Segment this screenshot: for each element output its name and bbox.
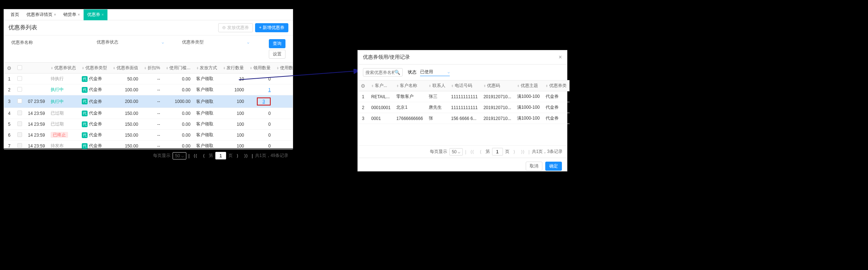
close-icon[interactable]: ×	[102, 13, 104, 17]
page-number-input[interactable]	[215, 152, 226, 159]
coupon-name-input[interactable]	[35, 39, 79, 46]
chevron-down-icon: ⌵	[162, 40, 164, 44]
filter-status-label: 优惠券状态	[97, 39, 118, 45]
status-cell: 已过期	[48, 108, 79, 119]
col-topic[interactable]: ▲▼优惠主题	[514, 80, 543, 91]
status-cell: 执行中	[48, 95, 79, 108]
add-coupon-button[interactable]: + 新增优惠券	[255, 23, 288, 32]
page-title: 优惠券列表	[8, 24, 37, 32]
title-bar: 优惠券列表 ⊖ 发放优惠券 + 新增优惠券	[4, 20, 293, 36]
row-checkbox[interactable]	[17, 87, 22, 92]
close-icon[interactable]: ×	[54, 13, 56, 17]
col-type[interactable]: ▲▼优惠券类型	[79, 63, 110, 74]
col-issue[interactable]: ▲▼发行数量	[220, 63, 247, 74]
row-checkbox[interactable]	[17, 143, 22, 148]
table-row[interactable]: 414 23:59已过期代代金券150.00--0.00客户领取10000⇱⊞	[4, 108, 293, 119]
first-page-icon[interactable]: ⟨⟨	[192, 153, 199, 159]
pager: 每页显示 50 ⌵ | ⟨⟨ ⟨ 第 页 ⟩ ⟩⟩ | 共1页，49条记录	[4, 149, 293, 162]
table-row[interactable]: 2执行中代代金券100.00--0.00客户领取100010⇱⊞	[4, 84, 293, 95]
chevron-down-icon: ⌵	[247, 40, 249, 44]
col-code[interactable]: ▲▼优惠码	[480, 80, 514, 91]
last-page-icon[interactable]: ⟩⟩	[519, 149, 526, 155]
col-use[interactable]: ▲▼使用数量	[274, 63, 293, 74]
cancel-button[interactable]: 取消	[526, 162, 542, 171]
type-badge-icon: 代	[82, 111, 88, 116]
col-discount[interactable]: ▲▼折扣%	[141, 63, 163, 74]
receive-count-link[interactable]: 3	[257, 97, 271, 105]
col-face[interactable]: ▲▼优惠券面值	[110, 63, 141, 74]
col-cust[interactable]: ▲▼客户...	[368, 80, 393, 91]
coupon-status-select[interactable]: ⌵	[120, 40, 164, 44]
modal-title: 优惠券领用/使用记录	[363, 54, 410, 61]
settings-button[interactable]: 设置	[269, 50, 285, 59]
search-icon[interactable]: 🔍	[394, 70, 400, 75]
next-page-icon[interactable]: ⟩	[512, 149, 517, 155]
usage-record-modal: 优惠券领用/使用记录 × 🔍 状态 已使用 ⌵ ▲▼客户... ▲▼客户名称 ▲…	[357, 50, 567, 171]
table-row[interactable]: 614 23:59已终止代代金券150.00--0.00客户领取10000⇱⊞	[4, 130, 293, 141]
search-button[interactable]: 查询	[269, 39, 285, 48]
search-coupon-input[interactable]: 🔍	[363, 68, 403, 76]
gear-icon[interactable]	[7, 66, 12, 71]
tab-coupon-detail[interactable]: 优惠券详情页×	[23, 9, 60, 20]
coupon-type-select[interactable]: ⌵	[206, 40, 249, 44]
next-page-icon[interactable]: ⟩	[235, 153, 240, 159]
status-cell: 已终止	[48, 130, 79, 141]
type-badge-icon: 代	[82, 87, 88, 93]
status-cell: 待发布	[48, 141, 79, 150]
table-row[interactable]: 514 23:59已过期代代金券150.00--0.00客户领取10000⇱⊞	[4, 119, 293, 130]
table-header-row: ▲▼客户... ▲▼客户名称 ▲▼联系人 ▲▼电话号码 ▲▼优惠码 ▲▼优惠主题…	[358, 80, 570, 91]
state-select[interactable]: 已使用 ⌵	[420, 69, 450, 76]
row-checkbox[interactable]	[17, 99, 22, 103]
col-coupon-type[interactable]: ▲▼优惠券类	[543, 80, 570, 91]
ok-button[interactable]: 确定	[545, 162, 562, 171]
table-row[interactable]: 714 23:59待发布代代金券150.00--0.00客户领取10000⇱⊞	[4, 141, 293, 150]
table-row[interactable]: 307 23:59执行中代代金券200.00--1000.00客户领取10031…	[4, 95, 293, 108]
col-phone[interactable]: ▲▼电话号码	[448, 80, 480, 91]
modal-pager: 每页显示 50 ⌵ | ⟨⟨ ⟨ 第 页 ⟩ ⟩⟩ | 共1页，3条记录	[358, 145, 567, 158]
col-receive[interactable]: ▲▼领用数量	[247, 63, 274, 74]
row-checkbox[interactable]	[17, 111, 22, 115]
usage-table: ▲▼客户... ▲▼客户名称 ▲▼联系人 ▲▼电话号码 ▲▼优惠码 ▲▼优惠主题…	[358, 80, 570, 124]
prev-page-icon[interactable]: ⟨	[478, 149, 483, 155]
col-dist[interactable]: ▲▼发放方式	[193, 63, 220, 74]
page-number-input[interactable]	[492, 148, 503, 155]
close-icon[interactable]: ×	[559, 54, 562, 61]
table-row[interactable]: 200010001北京1唐先生111111111112019120710...满…	[358, 102, 570, 113]
select-all-checkbox[interactable]	[17, 65, 22, 70]
col-cust-name[interactable]: ▲▼客户名称	[393, 80, 425, 91]
row-checkbox[interactable]	[17, 76, 22, 81]
state-label: 状态	[408, 69, 416, 75]
last-page-icon[interactable]: ⟩⟩	[242, 153, 250, 159]
col-contact[interactable]: ▲▼联系人	[426, 80, 448, 91]
table-header-row: ▲▼优惠券状态 ▲▼优惠券类型 ▲▼优惠券面值 ▲▼折扣% ▲▼使用门槛... …	[4, 63, 293, 74]
chevron-down-icon: ⌵	[448, 70, 450, 74]
tab-sales-order[interactable]: 销货单×	[60, 9, 84, 20]
col-threshold[interactable]: ▲▼使用门槛...	[163, 63, 194, 74]
col-status[interactable]: ▲▼优惠券状态	[48, 63, 79, 74]
row-checkbox[interactable]	[17, 121, 22, 126]
per-page-select[interactable]: 50 ⌵	[449, 148, 463, 155]
pager-summary: 共1页，3条记录	[532, 149, 563, 155]
per-page-select[interactable]: 50 ⌵	[173, 152, 186, 159]
status-cell: 已过期	[48, 119, 79, 130]
type-badge-icon: 代	[82, 99, 88, 104]
table-row[interactable]: 1待执行代代金券50.00--0.00客户领取1000⇱⊞	[4, 74, 293, 84]
distribute-coupon-button[interactable]: ⊖ 发放优惠券	[218, 23, 253, 32]
tab-coupon[interactable]: 优惠券×	[84, 9, 107, 20]
receive-count-link[interactable]: 1	[268, 87, 271, 92]
table-row[interactable]: 3000117666666666张156 6666 6...2019120710…	[358, 113, 570, 124]
type-badge-icon: 代	[82, 132, 88, 138]
gear-icon[interactable]	[361, 84, 365, 89]
type-badge-icon: 代	[82, 76, 88, 82]
per-page-label: 每页显示	[153, 153, 170, 159]
filter-bar: 优惠券名称 优惠券状态 ⌵ 优惠券类型 ⌵ 查询 设置	[4, 36, 293, 62]
coupon-table: ▲▼优惠券状态 ▲▼优惠券类型 ▲▼优惠券面值 ▲▼折扣% ▲▼使用门槛... …	[4, 62, 293, 149]
row-checkbox[interactable]	[17, 132, 22, 137]
table-row[interactable]: 1RETAIL...零散客户张三111111111112019120710...…	[358, 91, 570, 102]
close-icon[interactable]: ×	[78, 13, 80, 17]
prev-page-icon[interactable]: ⟨	[201, 153, 207, 159]
first-page-icon[interactable]: ⟨⟨	[469, 149, 476, 155]
tab-home[interactable]: 首页	[7, 9, 23, 20]
per-page-label: 每页显示	[430, 149, 447, 155]
pager-summary: 共1页，49条记录	[255, 153, 288, 159]
